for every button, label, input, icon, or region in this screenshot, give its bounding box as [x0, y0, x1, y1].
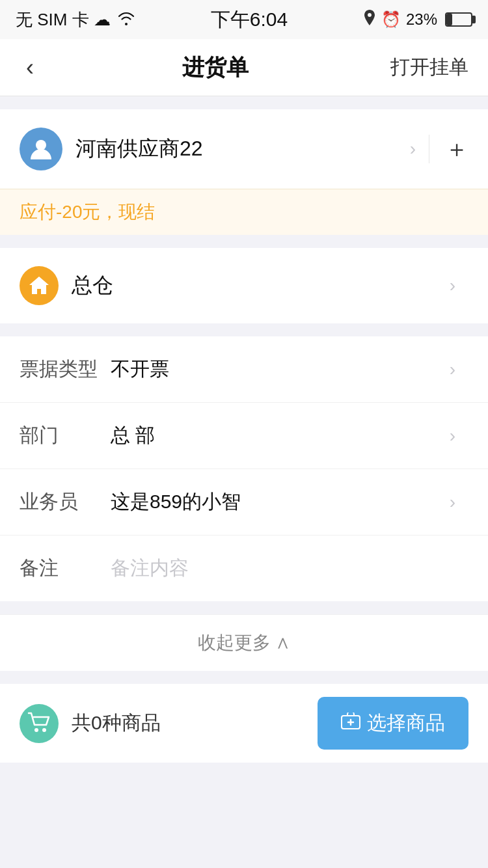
- status-time: 下午6:04: [211, 7, 288, 33]
- add-supplier-button[interactable]: ＋: [445, 133, 468, 165]
- notice-banner: 应付-20元，现结: [0, 189, 488, 235]
- svg-point-0: [36, 140, 46, 150]
- product-count-label: 共0种商品: [72, 710, 318, 737]
- form-row-remark[interactable]: 备注 备注内容: [0, 536, 488, 601]
- form-section: 票据类型 不开票 › 部门 总 部 › 业务员 这是859的小智 › 备注 备注…: [0, 336, 488, 601]
- warehouse-row[interactable]: 总仓 ›: [0, 248, 488, 323]
- department-chevron-icon: ›: [450, 426, 455, 446]
- product-icon: [20, 704, 59, 743]
- form-row-department[interactable]: 部门 总 部 ›: [0, 403, 488, 469]
- select-product-button[interactable]: 选择商品: [318, 697, 468, 750]
- section-gap-1: [0, 96, 488, 109]
- invoice-type-value: 不开票: [104, 356, 450, 383]
- form-row-salesman[interactable]: 业务员 这是859的小智 ›: [0, 469, 488, 536]
- nav-bar: ‹ 进货单 打开挂单: [0, 39, 488, 96]
- warehouse-name: 总仓: [72, 271, 450, 300]
- battery-percentage: 23%: [406, 10, 437, 29]
- svg-point-1: [34, 728, 38, 732]
- form-row-invoice-type[interactable]: 票据类型 不开票 ›: [0, 336, 488, 403]
- warehouse-chevron-icon: ›: [450, 275, 455, 296]
- collapse-label: 收起更多 ∧: [198, 631, 291, 655]
- salesman-value: 这是859的小智: [104, 489, 450, 515]
- select-btn-label: 选择商品: [367, 710, 445, 737]
- open-pending-button[interactable]: 打开挂单: [390, 54, 468, 81]
- svg-point-2: [42, 728, 46, 732]
- supplier-divider: [429, 135, 429, 163]
- salesman-chevron-icon: ›: [450, 492, 455, 513]
- page-title: 进货单: [182, 53, 249, 83]
- location-icon: [363, 10, 376, 29]
- remark-label: 备注: [20, 555, 104, 582]
- back-button[interactable]: ‹: [20, 47, 40, 88]
- page-bg-bottom: [0, 763, 488, 868]
- sim-label: 无 SIM 卡 ☁: [16, 8, 111, 31]
- department-value: 总 部: [104, 422, 450, 449]
- supplier-chevron-icon: ›: [410, 139, 416, 159]
- department-label: 部门: [20, 422, 104, 449]
- supplier-card: 河南供应商22 › ＋ 应付-20元，现结: [0, 109, 488, 235]
- salesman-label: 业务员: [20, 489, 104, 515]
- status-bar: 无 SIM 卡 ☁ 下午6:04 ⏰ 23%: [0, 0, 488, 39]
- collapse-row[interactable]: 收起更多 ∧: [0, 614, 488, 671]
- supplier-name: 河南供应商22: [75, 135, 410, 163]
- warehouse-icon: [20, 266, 59, 305]
- select-btn-icon: [341, 712, 360, 734]
- clock-icon: ⏰: [381, 10, 401, 29]
- status-left: 无 SIM 卡 ☁: [16, 8, 135, 31]
- wifi-icon: [117, 10, 135, 30]
- bottom-bar: 共0种商品 选择商品: [0, 684, 488, 763]
- invoice-type-label: 票据类型: [20, 356, 104, 383]
- notice-text: 应付-20元，现结: [20, 202, 155, 222]
- status-right: ⏰ 23%: [363, 10, 472, 29]
- supplier-row[interactable]: 河南供应商22 › ＋: [0, 109, 488, 189]
- supplier-avatar: [20, 128, 62, 170]
- battery-icon: [445, 12, 472, 27]
- remark-input[interactable]: 备注内容: [104, 555, 468, 582]
- invoice-type-chevron-icon: ›: [450, 359, 455, 380]
